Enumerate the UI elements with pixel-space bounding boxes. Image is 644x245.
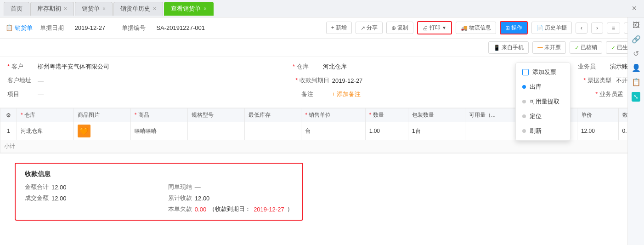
history-button[interactable]: 📄 历史单据 [531, 22, 572, 34]
confirm-button[interactable]: ✓ 已核销 [570, 41, 602, 54]
new-button[interactable]: + 新增 [326, 22, 352, 34]
due-date-value: 2019-12-27 [254, 206, 284, 213]
address-value: — [35, 76, 46, 85]
th-quantity: 数量 [365, 108, 408, 122]
sidebar-image-icon[interactable]: 🖼 [633, 21, 640, 29]
project-label: 项目 [7, 90, 35, 98]
operation-button[interactable]: ⊞ 操作 [500, 21, 528, 34]
next-record-button[interactable]: › [591, 23, 603, 34]
close-history-tab[interactable]: × [153, 6, 156, 12]
copy-button[interactable]: ⊕ 复制 [386, 22, 413, 34]
tab-home[interactable]: 首页 [4, 2, 29, 16]
sub-toolbar: 📱 来自手机 未开票 ✓ 已核销 ✓ 已生效 [0, 39, 644, 57]
payment-date-value: 2019-12-27 [329, 76, 366, 85]
from-phone-button[interactable]: 📱 来自手机 [488, 41, 529, 54]
dropdown-locate[interactable]: 定位 [516, 109, 570, 124]
sidebar-link-icon[interactable]: 🔗 [632, 35, 641, 44]
customer-label: 客户 [7, 63, 35, 71]
dropdown-available-qty[interactable]: 可用量提取 [516, 94, 570, 109]
dropdown-refresh[interactable]: 刷新 [516, 124, 570, 138]
th-sales-unit: 销售单位 [301, 108, 365, 122]
cell-spec [187, 122, 244, 140]
th-unit-price: 单价 [577, 108, 618, 122]
sales-staff-label: 业务员孟 [595, 90, 623, 98]
document-meta: 单据日期 2019-12-27 单据编号 SA-20191227-001 [40, 24, 220, 32]
view-toggle-list[interactable]: ≡ [607, 23, 620, 34]
total-amount-value: 12.00 [51, 184, 67, 191]
print-button[interactable]: 🖨 打印 ▼ [417, 21, 452, 34]
project-value: — [35, 90, 46, 99]
sidebar-user-icon[interactable]: 👤 [632, 63, 641, 72]
payment-date-label: 收款到期日 [295, 76, 329, 85]
operation-dropdown: 添加发票 出库 可用量提取 定位 刷新 [515, 63, 571, 141]
dropdown-add-invoice[interactable]: 添加发票 [516, 65, 570, 80]
sidebar-clipboard-icon[interactable]: 📋 [632, 78, 641, 86]
dropdown-outbound[interactable]: 出库 [516, 80, 570, 94]
due-date-prefix: （收款到期日： [209, 205, 251, 213]
right-sidebar: 🖼 🔗 ↺ 👤 📋 ⤡ [627, 17, 644, 245]
th-settings[interactable]: ⚙ [0, 108, 17, 122]
close-view-sales-tab[interactable]: × [203, 6, 207, 12]
share-icon: ↗ [361, 25, 365, 31]
history-icon: 📄 [537, 25, 543, 31]
same-order-settle-label: 同单现结 [168, 183, 192, 191]
window-close-button[interactable]: × [628, 4, 640, 13]
cumulative-payment-value: 12.00 [195, 195, 210, 202]
sidebar-refresh-icon[interactable]: ↺ [633, 49, 639, 58]
address-label: 客户地址 [7, 76, 35, 85]
payment-section-wrapper: 收款信息 金额合计 12.00 同单现结 — 成交金额 12.00 [0, 154, 644, 230]
product-image: 🧡 [78, 125, 90, 137]
copy-icon: ⊕ [391, 25, 396, 31]
logistics-button[interactable]: 🚚 物流信息 [456, 22, 496, 34]
close-inventory-tab[interactable]: × [64, 6, 67, 12]
available-qty-dot-icon [522, 100, 526, 103]
tab-sales-history[interactable]: 销货单历史 × [113, 2, 163, 16]
same-order-settle-row: 同单现结 — [168, 183, 293, 191]
customer-field: 客户 柳州粤港平安气体有限公司 [7, 62, 293, 72]
tab-sales[interactable]: 销货单 × [75, 2, 113, 16]
payment-title: 收款信息 [25, 170, 293, 178]
warehouse-label: 仓库 [293, 63, 320, 71]
tab-view-sales[interactable]: 查看销货单 × [164, 2, 214, 16]
due-amount-row: 本单欠款 0.00 （收款到期日： 2019-12-27 ） [168, 205, 293, 213]
document-type: 📋 销货单 [6, 24, 33, 32]
truck-icon: 🚚 [461, 25, 468, 31]
cell-sales-unit: 台 [301, 122, 365, 140]
prev-record-button[interactable]: ‹ [576, 23, 588, 34]
refresh-dot-icon [522, 129, 526, 133]
sidebar-expand-icon[interactable]: ⤡ [632, 92, 640, 102]
share-button[interactable]: ↗ 分享 [356, 22, 383, 34]
th-product: 商品 [130, 108, 187, 122]
main-content: 📋 销货单 单据日期 2019-12-27 单据编号 SA-20191227-0… [0, 17, 644, 245]
check-icon: ✓ [575, 45, 579, 51]
total-amount-row: 金额合计 12.00 [25, 183, 150, 191]
cell-pack-qty: 1台 [408, 122, 465, 140]
cell-unit-price: 12.00 [577, 122, 618, 140]
project-field: 项目 — [7, 90, 301, 99]
outbound-dot-icon [522, 85, 526, 89]
sales-order-icon: 📋 [6, 24, 13, 31]
document-header: 📋 销货单 单据日期 2019-12-27 单据编号 SA-20191227-0… [0, 17, 644, 39]
subtotal-label: 小计 [0, 140, 644, 153]
payment-section: 收款信息 金额合计 12.00 同单现结 — 成交金额 12.00 [15, 163, 303, 221]
cumulative-payment-label: 累计收款 [168, 194, 192, 202]
cell-warehouse: 河北仓库 [17, 122, 74, 140]
transaction-amount-row: 成交金额 12.00 [25, 194, 150, 202]
transaction-amount-label: 成交金额 [25, 194, 49, 202]
phone-icon: 📱 [493, 45, 500, 51]
not-open-ticket-button[interactable]: 未开票 [532, 41, 566, 54]
cell-quantity: 1.00 [365, 122, 408, 140]
th-product-img: 商品图片 [73, 108, 130, 122]
due-date-suffix: ） [287, 205, 293, 213]
cell-row-num: 1 [0, 122, 17, 140]
close-sales-tab[interactable]: × [102, 6, 106, 12]
add-note-button[interactable]: + 添加备注 [329, 89, 363, 99]
cell-product: 嘻嘻嘻嘻 [130, 122, 187, 140]
due-label: 本单欠款 [168, 205, 192, 213]
tab-inventory[interactable]: 库存期初 × [30, 2, 74, 16]
tab-bar: 首页 库存期初 × 销货单 × 销货单历史 × 查看销货单 × × [0, 0, 644, 17]
th-spec: 规格型号 [187, 108, 244, 122]
grid-icon: ⊞ [505, 25, 510, 31]
same-order-settle-value: — [195, 184, 201, 191]
address-field: 客户地址 — [7, 76, 295, 85]
